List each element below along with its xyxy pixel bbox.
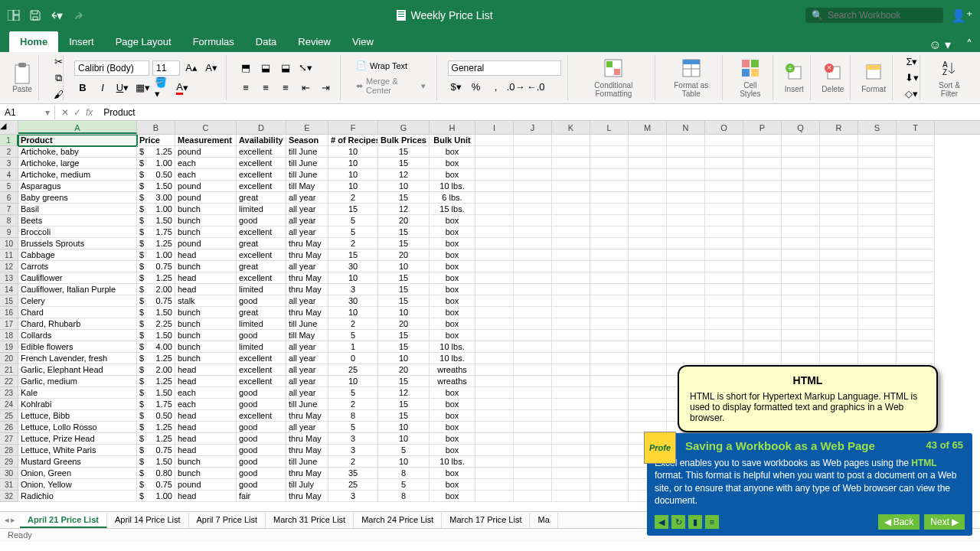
cell[interactable] (590, 387, 629, 399)
cell[interactable] (590, 181, 629, 192)
align-center-icon[interactable]: ≡ (257, 80, 274, 96)
cell[interactable] (552, 215, 590, 227)
decrease-font-icon[interactable]: A▾ (203, 60, 220, 77)
cell[interactable] (667, 158, 705, 169)
cell[interactable] (705, 261, 743, 272)
cell[interactable]: till June (286, 169, 328, 181)
cell[interactable] (820, 169, 858, 181)
percent-icon[interactable]: % (468, 79, 485, 96)
cell[interactable]: limited (237, 204, 286, 215)
cell[interactable]: $1.25 (137, 376, 175, 387)
cell[interactable]: Season (286, 135, 328, 146)
cell[interactable]: 8 (378, 491, 430, 502)
cell[interactable]: excellent (237, 272, 286, 284)
cell[interactable] (552, 353, 590, 364)
cell[interactable]: 12 (378, 387, 430, 399)
cancel-icon[interactable]: ✕ (61, 107, 69, 118)
cell[interactable] (782, 330, 820, 341)
cell[interactable] (820, 204, 858, 215)
cell[interactable]: $1.00 (137, 158, 175, 169)
cell[interactable] (552, 284, 590, 295)
cell[interactable] (897, 272, 935, 284)
cell[interactable]: 10 (328, 158, 378, 169)
cell[interactable]: 15 (378, 158, 430, 169)
cell[interactable] (897, 135, 935, 146)
cell[interactable] (629, 146, 667, 158)
cell[interactable] (667, 341, 705, 353)
cell[interactable]: till May (286, 181, 328, 192)
cell[interactable] (897, 146, 935, 158)
training-restart-icon[interactable]: ↻ (671, 515, 685, 529)
cell[interactable]: each (175, 387, 237, 399)
layout-icon[interactable] (8, 9, 20, 21)
cut-icon[interactable]: ✂ (50, 55, 67, 68)
cell[interactable]: excellent (237, 181, 286, 192)
cell[interactable]: all year (286, 341, 328, 353)
cell[interactable] (475, 422, 514, 433)
cell[interactable] (514, 422, 552, 433)
cell[interactable]: excellent (237, 376, 286, 387)
cell[interactable]: box (430, 491, 475, 502)
cell[interactable]: pound (175, 181, 237, 192)
cell[interactable] (782, 238, 820, 249)
cell[interactable] (743, 330, 782, 341)
cell[interactable]: 10 (378, 433, 430, 445)
cell[interactable]: 8 (328, 410, 378, 422)
cell[interactable] (552, 135, 590, 146)
cell[interactable]: $1.75 (137, 227, 175, 238)
cell[interactable] (705, 204, 743, 215)
cell[interactable]: wreaths (430, 376, 475, 387)
cell[interactable] (590, 169, 629, 181)
cell[interactable] (590, 307, 629, 318)
cell[interactable]: 15 (328, 249, 378, 261)
cell[interactable]: box (430, 227, 475, 238)
cell[interactable] (590, 479, 629, 491)
share-icon[interactable]: 👤⁺ (951, 8, 972, 23)
bold-button[interactable]: B (74, 80, 91, 96)
cell[interactable] (590, 272, 629, 284)
wrap-text-button[interactable]: 📄 Wrap Text (351, 59, 430, 72)
cell[interactable]: all year (286, 192, 328, 204)
cell[interactable] (552, 261, 590, 272)
cell[interactable] (743, 181, 782, 192)
row-header[interactable]: 4 (0, 169, 18, 181)
cell[interactable] (514, 387, 552, 399)
cell[interactable] (629, 215, 667, 227)
row-header[interactable]: 14 (0, 284, 18, 295)
cell[interactable] (667, 215, 705, 227)
cell[interactable]: 12 (378, 204, 430, 215)
cell[interactable] (629, 307, 667, 318)
cell[interactable] (475, 410, 514, 422)
cell[interactable] (705, 181, 743, 192)
cell[interactable] (514, 158, 552, 169)
clear-icon[interactable]: ◇▾ (903, 87, 920, 100)
cell[interactable]: Asparagus (18, 181, 137, 192)
cell[interactable] (629, 399, 667, 410)
fill-icon[interactable]: ⬇▾ (903, 71, 920, 84)
row-header[interactable]: 18 (0, 330, 18, 341)
cell[interactable] (629, 192, 667, 204)
cell[interactable] (629, 341, 667, 353)
cell[interactable] (743, 307, 782, 318)
cell[interactable]: Onion, Yellow (18, 479, 137, 491)
cell[interactable] (552, 169, 590, 181)
row-header[interactable]: 28 (0, 445, 18, 456)
cell[interactable] (552, 181, 590, 192)
cell[interactable] (667, 330, 705, 341)
cell[interactable]: 15 (378, 376, 430, 387)
cell[interactable] (514, 249, 552, 261)
cell[interactable]: 10 (328, 181, 378, 192)
cell[interactable] (514, 433, 552, 445)
font-color-icon[interactable]: A▾ (174, 80, 191, 96)
cell[interactable]: Beets (18, 215, 137, 227)
cell[interactable] (667, 353, 705, 364)
cell[interactable] (475, 146, 514, 158)
cell[interactable]: $1.25 (137, 238, 175, 249)
cell[interactable]: Chard, Rhubarb (18, 318, 137, 330)
cell[interactable]: pound (175, 192, 237, 204)
cell[interactable] (475, 192, 514, 204)
cell[interactable]: Cabbage (18, 249, 137, 261)
cell[interactable]: 15 (378, 330, 430, 341)
col-header-E[interactable]: E (286, 121, 328, 134)
cell[interactable]: box (430, 249, 475, 261)
